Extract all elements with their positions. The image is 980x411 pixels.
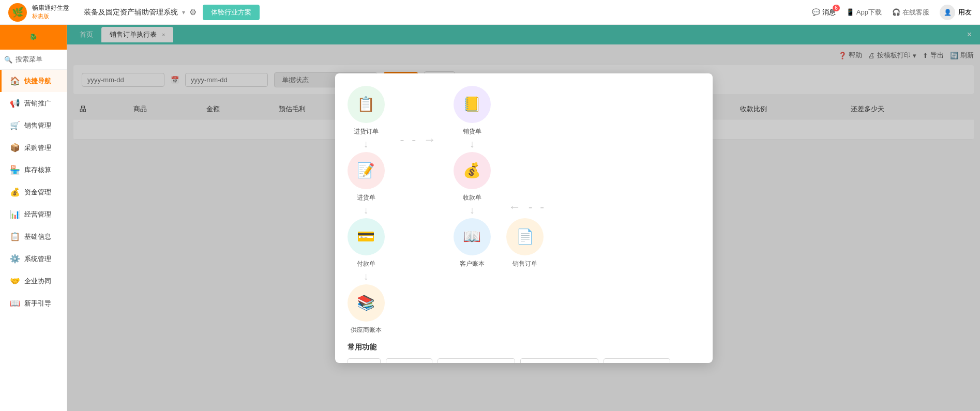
arrow-down-rc: ↓ — [470, 204, 475, 216]
sidebar-item-label: 企业协同 — [24, 277, 51, 286]
purchase-bill-icon: 📝 — [348, 152, 385, 189]
arrow-down-1: ↓ — [364, 138, 369, 150]
sidebar-item-quick-nav[interactable]: 🏠 快捷导航 — [0, 70, 67, 92]
system-dropdown-icon[interactable]: ▾ — [182, 9, 185, 16]
purchase-order-icon: 📋 — [348, 86, 385, 123]
app-download-button[interactable]: 📱 App下载 — [846, 8, 882, 17]
arrow-down-2: ↓ — [364, 204, 369, 216]
flow-item-sales-order[interactable]: 📄 销售订单 — [506, 218, 544, 268]
purchase-bill-label: 进货单 — [357, 193, 375, 202]
sidebar-item-purchase[interactable]: 📦 采购管理 — [0, 136, 67, 159]
customer-ledger-icon: 📖 — [454, 218, 491, 255]
func-btn-units[interactable]: 往来单位 — [386, 358, 432, 363]
sidebar-item-sales[interactable]: 🛒 销售管理 — [0, 114, 67, 136]
common-functions-title: 常用功能 — [348, 343, 700, 352]
sales-bill-icon: 📒 — [454, 86, 491, 123]
search-label: 搜索菜单 — [16, 55, 42, 64]
user-menu[interactable]: 👤 用友 — [940, 5, 972, 20]
enterprise-icon: 🤝 — [10, 276, 20, 286]
message-badge: 6 — [833, 5, 840, 11]
sidebar-item-label: 系统管理 — [24, 254, 51, 264]
supplier-ledger-icon: 📚 — [348, 284, 385, 322]
home-icon: 🏠 — [10, 76, 20, 86]
headset-icon: 🎧 — [892, 8, 900, 16]
app-logo: 🌿 — [8, 3, 27, 22]
message-button[interactable]: 💬 消息 6 — [812, 8, 836, 17]
user-name: 用友 — [958, 8, 972, 17]
settings-icon[interactable]: ⚙ — [189, 7, 197, 17]
app-sub: 标惠版 — [32, 12, 69, 20]
experience-button[interactable]: 体验行业方案 — [203, 5, 260, 20]
sidebar-item-base-info[interactable]: 📋 基础信息 — [0, 225, 67, 248]
horizontal-arrow-1: - - → — [400, 132, 438, 147]
receipt-label: 收款单 — [463, 193, 481, 202]
sidebar-item-label: 快捷导航 — [24, 77, 51, 86]
payment-label: 付款单 — [357, 260, 375, 268]
arrow-down-sb: ↓ — [470, 138, 475, 150]
sidebar-item-label: 资金管理 — [24, 188, 51, 197]
search-icon: 🔍 — [4, 56, 12, 64]
purchase-order-label: 进货订单 — [354, 127, 379, 136]
sidebar-item-label: 库存核算 — [24, 165, 51, 175]
customer-ledger-label: 客户账本 — [460, 260, 485, 268]
func-btn-sales-profit[interactable]: 销售毛利分析表 — [604, 358, 670, 363]
online-service-button[interactable]: 🎧 在线客服 — [892, 8, 929, 17]
func-btn-stock-dist[interactable]: 现存量(库存分布表) — [520, 358, 598, 363]
newbie-icon: 📖 — [10, 298, 20, 308]
sidebar-item-newbie[interactable]: 📖 新手引导 — [0, 292, 67, 314]
modal-overlay[interactable]: 📋 进货订单 ↓ 📝 进货单 ↓ — [67, 25, 980, 411]
avatar: 👤 — [940, 5, 955, 20]
marketing-icon: 📢 — [10, 98, 20, 108]
system-icon: ⚙️ — [10, 254, 20, 264]
system-title: 装备及固定资产辅助管理系统 — [84, 8, 178, 17]
sidebar-logo: 🐉 — [0, 25, 67, 50]
flow-item-customer-ledger[interactable]: 📖 客户账本 — [454, 218, 491, 268]
sales-bill-label: 销货单 — [463, 127, 481, 136]
sidebar-item-label: 销售管理 — [24, 121, 51, 130]
sidebar-item-enterprise[interactable]: 🤝 企业协同 — [0, 270, 67, 292]
sidebar-nav: 🏠 快捷导航 📢 营销推广 🛒 销售管理 📦 采购管理 🏪 库存核 — [0, 70, 67, 411]
func-btn-goods[interactable]: 商品 — [348, 358, 381, 363]
sidebar-item-label: 采购管理 — [24, 143, 51, 153]
sidebar-item-label: 基础信息 — [24, 232, 51, 241]
purchase-icon: 📦 — [10, 143, 20, 153]
download-icon: 📱 — [846, 8, 854, 16]
arrow-down-3: ↓ — [364, 270, 369, 282]
app-name: 畅康通好生意 — [32, 4, 69, 12]
sales-order-label: 销售订单 — [512, 260, 537, 268]
quick-nav-modal: 📋 进货订单 ↓ 📝 进货单 ↓ — [335, 73, 713, 363]
message-icon: 💬 — [812, 8, 820, 16]
sidebar-item-inventory[interactable]: 🏪 库存核算 — [0, 159, 67, 181]
sidebar-search[interactable]: 🔍 搜索菜单 — [0, 50, 67, 70]
flow-item-receipt[interactable]: 💰 收款单 — [454, 152, 491, 202]
flow-item-supplier-ledger[interactable]: 📚 供应商账本 — [348, 284, 385, 334]
sidebar-item-finance[interactable]: 💰 资金管理 — [0, 181, 67, 203]
sidebar-item-system[interactable]: ⚙️ 系统管理 — [0, 248, 67, 270]
sales-order-icon: 📄 — [506, 218, 544, 255]
payment-icon: 💳 — [348, 218, 385, 255]
sidebar-item-marketing[interactable]: 📢 营销推广 — [0, 92, 67, 114]
flow-item-purchase-bill[interactable]: 📝 进货单 — [348, 152, 385, 202]
sidebar-item-operations[interactable]: 📊 经营管理 — [0, 203, 67, 225]
func-btn-stock-status[interactable]: 现存量(库存状况表) — [438, 358, 516, 363]
flow-item-sales-bill[interactable]: 📒 销货单 — [454, 86, 491, 136]
receipt-icon: 💰 — [454, 152, 491, 189]
sidebar-item-label: 营销推广 — [24, 99, 51, 108]
operations-icon: 📊 — [10, 209, 20, 219]
supplier-ledger-label: 供应商账本 — [351, 326, 382, 334]
flow-item-purchase-order[interactable]: 📋 进货订单 — [348, 86, 385, 136]
flow-item-payment[interactable]: 💳 付款单 — [348, 218, 385, 268]
sidebar-item-label: 经营管理 — [24, 210, 51, 219]
inventory-icon: 🏪 — [10, 165, 20, 175]
horizontal-arrow-2: - - → — [506, 200, 544, 214]
sales-icon: 🛒 — [10, 120, 20, 130]
function-buttons: 商品 往来单位 现存量(库存状况表) 现存量(库存分布表) 销售毛利分析表 商品… — [348, 358, 700, 363]
sidebar-item-label: 新手引导 — [24, 299, 51, 308]
finance-icon: 💰 — [10, 187, 20, 197]
base-info-icon: 📋 — [10, 232, 20, 241]
